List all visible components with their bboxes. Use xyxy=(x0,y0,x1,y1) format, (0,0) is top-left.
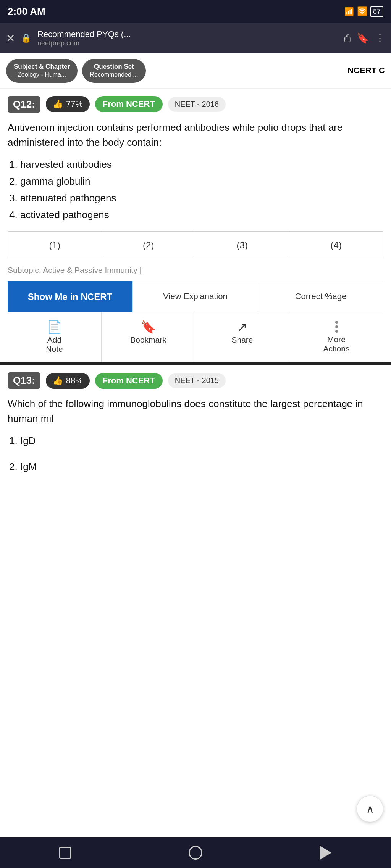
browser-bar: ✕ 🔒 Recommended PYQs (... neetprep.com ⎙… xyxy=(0,23,391,53)
question-set-chip[interactable]: Question Set Recommended ... xyxy=(82,59,145,83)
list-item: 2. gamma globulin xyxy=(9,173,383,190)
q12-action-row-2: 📄 AddNote 🔖 Bookmark ↗ Share MoreActions xyxy=(8,312,383,362)
answer-option-2[interactable]: (2) xyxy=(102,232,196,259)
bookmark-icon: 🔖 xyxy=(141,321,156,333)
ncert-filter[interactable]: NCERT C xyxy=(347,66,385,76)
question-12-card: Q12: 👍 77% From NCERT NEET - 2016 Antive… xyxy=(0,89,391,365)
q12-action-row-1: Show Me in NCERT View Explanation Correc… xyxy=(8,281,383,313)
q12-like-badge: 👍 77% xyxy=(46,96,90,112)
thumbs-up-icon-q13: 👍 xyxy=(53,376,63,386)
nav-circle-icon xyxy=(189,846,202,860)
filter-bar: Subject & Chapter Zoology - Huma... Ques… xyxy=(0,53,391,89)
list-item: 4. activated pathogens xyxy=(9,206,383,223)
q13-options: 1. IgD 2. IgM xyxy=(8,432,383,475)
q12-options: 1. harvested antibodies 2. gamma globuli… xyxy=(8,156,383,224)
q13-ncert-badge: From NCERT xyxy=(95,373,163,389)
nav-back-button[interactable] xyxy=(314,841,337,864)
view-explanation-button[interactable]: View Explanation xyxy=(133,281,258,312)
browser-title-area: Recommended PYQs (... neetprep.com xyxy=(37,29,338,47)
bookmark-label: Bookmark xyxy=(130,335,166,345)
status-icons: 📶 🛜 87 xyxy=(344,6,383,17)
list-item: 2. IgM xyxy=(9,458,383,475)
add-note-button[interactable]: 📄 AddNote xyxy=(8,312,102,362)
q12-answer-grid: (1) (2) (3) (4) xyxy=(8,231,383,259)
add-note-icon: 📄 xyxy=(47,321,62,333)
share-button[interactable]: ⎙ xyxy=(344,32,351,44)
nav-bar xyxy=(0,837,391,868)
status-bar: 2:00 AM 📶 🛜 87 xyxy=(0,0,391,23)
status-time: 2:00 AM xyxy=(8,6,45,18)
bookmark-browser-button[interactable]: 🔖 xyxy=(357,32,369,44)
answer-option-3[interactable]: (3) xyxy=(196,232,289,259)
answer-option-4[interactable]: (4) xyxy=(289,232,383,259)
lock-icon: 🔒 xyxy=(21,33,31,43)
q12-year-badge: NEET - 2016 xyxy=(168,97,226,112)
q13-question-text: Which of the following immunoglobulins d… xyxy=(8,396,383,426)
q12-header: Q12: 👍 77% From NCERT NEET - 2016 xyxy=(8,96,383,113)
nav-home-button[interactable] xyxy=(184,841,207,864)
q12-number: Q12: xyxy=(8,96,40,113)
signal-icon: 📶 xyxy=(344,7,354,16)
q12-question-text: Antivenom injection contains performed a… xyxy=(8,120,383,150)
more-actions-label: MoreActions xyxy=(323,335,350,353)
show-in-ncert-button[interactable]: Show Me in NCERT xyxy=(8,281,133,312)
nav-square-button[interactable] xyxy=(54,841,77,864)
bookmark-button[interactable]: 🔖 Bookmark xyxy=(102,312,196,362)
q13-like-badge: 👍 88% xyxy=(46,373,90,389)
q13-number: Q13: xyxy=(8,372,40,389)
battery-icon: 87 xyxy=(370,6,383,17)
more-actions-icon xyxy=(335,321,338,333)
add-note-label: AddNote xyxy=(46,335,63,354)
thumbs-up-icon: 👍 xyxy=(53,99,63,109)
nav-square-icon xyxy=(59,847,71,859)
browser-close-button[interactable]: ✕ xyxy=(6,32,15,45)
list-item: 1. harvested antibodies xyxy=(9,156,383,173)
share-label: Share xyxy=(231,335,253,345)
share-icon: ↗ xyxy=(237,321,247,333)
list-item: 3. attenuated pathogens xyxy=(9,190,383,206)
share-question-button[interactable]: ↗ Share xyxy=(196,312,289,362)
question-13-card: Q13: 👍 88% From NCERT NEET - 2015 Which … xyxy=(0,365,391,475)
correct-percentage-button[interactable]: Correct %age xyxy=(258,281,383,312)
more-actions-button[interactable]: MoreActions xyxy=(289,312,383,362)
q13-header: Q13: 👍 88% From NCERT NEET - 2015 xyxy=(8,372,383,389)
browser-title: Recommended PYQs (... xyxy=(37,29,338,39)
q12-ncert-badge: From NCERT xyxy=(95,96,163,112)
browser-url: neetprep.com xyxy=(37,39,338,47)
q12-subtopic: Subtopic: Active & Passive Immunity | xyxy=(8,266,383,275)
nav-triangle-icon xyxy=(320,846,331,860)
more-browser-button[interactable]: ⋮ xyxy=(375,32,385,44)
list-item: 1. IgD xyxy=(9,432,383,449)
wifi-icon: 🛜 xyxy=(357,6,367,16)
q13-year-badge: NEET - 2015 xyxy=(168,373,226,388)
subject-chapter-chip[interactable]: Subject & Chapter Zoology - Huma... xyxy=(6,59,78,83)
answer-option-1[interactable]: (1) xyxy=(8,232,102,259)
scroll-top-button[interactable]: ∧ xyxy=(357,796,383,822)
